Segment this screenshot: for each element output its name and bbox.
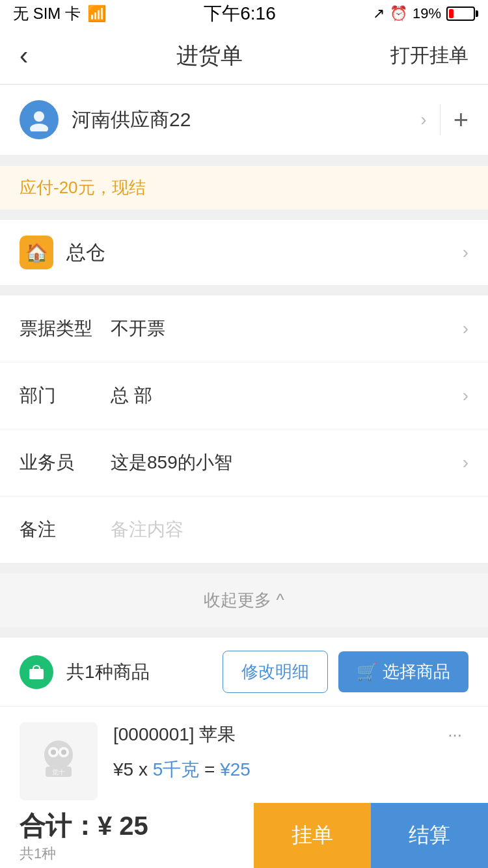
status-bar: 无 SIM 卡 📶 下午6:16 ↗ ⏰ 19% [0, 0, 488, 27]
user-icon [27, 108, 51, 131]
form-section: 票据类型 不开票 › 部门 总 部 › 业务员 这是859的小智 › 备注 备注… [0, 295, 488, 563]
product-price: ¥5 x 5千克 = ¥25 [113, 757, 441, 782]
product-info: [0000001] 苹果 ¥5 x 5千克 = ¥25 [113, 722, 441, 782]
product-header: 共1种商品 修改明细 🛒 选择商品 [0, 638, 488, 707]
total-count: 共1种 [20, 844, 234, 863]
alarm-icon: ⏰ [390, 5, 407, 22]
product-item: 觉十 [0000001] 苹果 ¥5 x 5千克 = ¥25 ··· [0, 707, 488, 817]
bag-icon [27, 662, 46, 682]
wifi-icon: 📶 [87, 5, 107, 23]
open-pending-button[interactable]: 打开挂单 [390, 42, 468, 69]
product-icon [20, 655, 53, 689]
warehouse-name: 总仓 [66, 239, 456, 266]
status-time: 下午6:16 [204, 1, 276, 26]
add-supplier-button[interactable]: + [454, 105, 468, 135]
svg-point-0 [34, 111, 44, 122]
warehouse-section: 🏠 总仓 › [0, 220, 488, 285]
edit-detail-button[interactable]: 修改明细 [223, 651, 328, 693]
department-label: 部门 [20, 383, 98, 408]
supplier-name: 河南供应商22 [72, 107, 414, 133]
total-amount: 合计：¥ 25 [20, 808, 234, 844]
select-product-button[interactable]: 🛒 选择商品 [338, 651, 468, 692]
footer: 合计：¥ 25 共1种 挂单 结算 [0, 803, 488, 868]
svg-point-6 [51, 750, 56, 755]
department-chevron-icon: › [463, 385, 468, 406]
footer-total: 合计：¥ 25 共1种 [0, 803, 254, 868]
select-product-label: 选择商品 [383, 660, 450, 683]
supplier-divider [440, 104, 441, 135]
collapse-button[interactable]: 收起更多 ^ [0, 573, 488, 627]
supplier-avatar [20, 100, 59, 139]
remark-placeholder: 备注内容 [98, 517, 468, 542]
invoice-type-row[interactable]: 票据类型 不开票 › [0, 295, 488, 362]
qty-text: 5千克 [153, 759, 200, 780]
battery-percent: 19% [413, 5, 441, 22]
supplier-section: 河南供应商22 › + [0, 85, 488, 156]
department-value: 总 部 [98, 383, 456, 408]
invoice-type-label: 票据类型 [20, 316, 98, 341]
svg-point-1 [30, 124, 48, 131]
warehouse-row[interactable]: 🏠 总仓 › [0, 220, 488, 285]
supplier-row[interactable]: 河南供应商22 › + [0, 85, 488, 156]
product-image: 觉十 [33, 735, 85, 787]
salesperson-label: 业务员 [20, 450, 98, 475]
battery-fill [449, 9, 454, 18]
hang-button[interactable]: 挂单 [254, 803, 371, 868]
location-icon: ↗ [373, 5, 385, 22]
product-thumbnail: 觉十 [20, 722, 98, 800]
carrier-text: 无 SIM 卡 [13, 3, 81, 24]
eq-sign: = [199, 759, 220, 780]
svg-point-7 [61, 750, 66, 755]
product-more-button[interactable]: ··· [441, 722, 468, 748]
svg-point-3 [44, 740, 73, 769]
supplier-chevron-icon: › [420, 109, 426, 130]
remark-label: 备注 [20, 517, 98, 542]
warehouse-chevron-icon: › [463, 242, 468, 263]
battery-icon [446, 7, 475, 21]
remark-row[interactable]: 备注 备注内容 [0, 496, 488, 563]
svg-rect-2 [29, 669, 44, 679]
total-value: ¥ 25 [98, 811, 148, 840]
product-name: [0000001] 苹果 [113, 722, 441, 747]
total-price: ¥25 [220, 759, 251, 780]
price-text: ¥5 x [113, 759, 153, 780]
svg-text:觉十: 觉十 [52, 768, 65, 776]
status-carrier: 无 SIM 卡 📶 [13, 3, 107, 24]
product-count: 共1种商品 [66, 660, 223, 685]
nav-bar: ‹ 进货单 打开挂单 [0, 27, 488, 85]
salesperson-chevron-icon: › [463, 452, 468, 473]
back-button[interactable]: ‹ [20, 41, 28, 70]
warehouse-icon: 🏠 [20, 236, 53, 269]
department-row[interactable]: 部门 总 部 › [0, 362, 488, 429]
checkout-button[interactable]: 结算 [371, 803, 488, 868]
select-product-icon: 🛒 [357, 662, 377, 682]
page-title: 进货单 [176, 41, 243, 71]
salesperson-value: 这是859的小智 [98, 450, 456, 475]
status-right: ↗ ⏰ 19% [373, 5, 475, 22]
invoice-type-chevron-icon: › [463, 318, 468, 339]
salesperson-row[interactable]: 业务员 这是859的小智 › [0, 429, 488, 496]
products-section: 共1种商品 修改明细 🛒 选择商品 觉十 [0000001] 苹果 ¥ [0, 638, 488, 817]
payment-notice: 应付-20元，现结 [0, 166, 488, 210]
invoice-type-value: 不开票 [98, 316, 456, 341]
total-label: 合计： [20, 811, 98, 840]
